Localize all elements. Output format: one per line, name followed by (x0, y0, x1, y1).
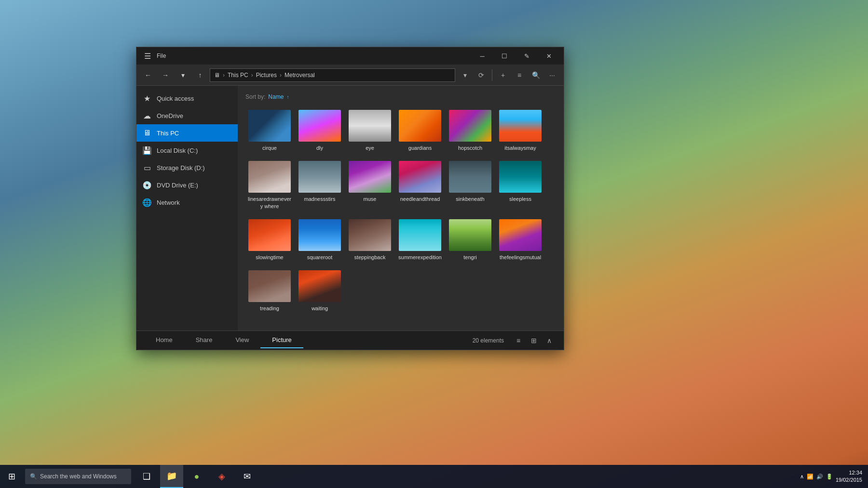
new-folder-button[interactable]: + (495, 67, 511, 83)
task-view-button[interactable]: ❑ (135, 465, 158, 488)
file-item-guardians[interactable]: guardians (396, 106, 444, 155)
file-name-hopscotch: hopscotch (458, 145, 482, 151)
file-item-cirque[interactable]: cirque (245, 106, 294, 155)
breadcrumb-metroversal[interactable]: Metroversal (285, 72, 315, 79)
sort-by-label: Sort by: (245, 93, 265, 100)
list-view-button[interactable]: ≡ (512, 334, 525, 347)
file-thumbnail-treading (248, 270, 291, 302)
breadcrumb-pictures[interactable]: Pictures (256, 72, 277, 79)
volume-tray-icon: 🔊 (816, 474, 823, 480)
sidebar-item-storage-disk-d[interactable]: ▭ Storage Disk (D:) (136, 159, 238, 176)
view-toggle-buttons: ≡ ⊞ ∧ (512, 334, 556, 347)
tab-share[interactable]: Share (184, 332, 224, 348)
monitor-icon: 🖥 (214, 72, 220, 79)
clock: 12:34 19/02/2015 (836, 469, 862, 484)
file-item-sleepless[interactable]: sleepless (496, 157, 544, 213)
file-item-muse[interactable]: muse (346, 157, 394, 213)
minimize-button[interactable]: ─ (471, 47, 493, 65)
file-name-dly: dly (316, 145, 323, 151)
up-button[interactable]: ↑ (192, 67, 208, 83)
file-item-summerexpedition[interactable]: summerexpedition (396, 215, 444, 264)
tab-picture[interactable]: Picture (260, 332, 303, 348)
file-item-squareroot[interactable]: squareroot (296, 215, 344, 264)
security-button[interactable]: ◈ (210, 465, 233, 488)
sidebar-item-label: Quick access (157, 95, 194, 102)
search-button[interactable]: 🔍 (528, 67, 543, 83)
more-options-button[interactable]: ··· (544, 67, 560, 83)
file-thumbnail-steppingback (349, 219, 391, 251)
dvd-drive-e-icon: 💿 (142, 181, 152, 190)
explorer-window: ☰ File ─ ☐ ✎ ✕ ← → ▾ ↑ 🖥 › This PC › Pic… (136, 47, 564, 350)
file-item-sinkbeneath[interactable]: sinkbeneath (446, 157, 494, 213)
file-name-treading: treading (260, 305, 279, 312)
tab-home[interactable]: Home (144, 332, 184, 348)
sidebar-item-onedrive[interactable]: ☁ OneDrive (136, 107, 238, 124)
sidebar-item-label: DVD Drive (E:) (157, 182, 198, 189)
gamepass-button[interactable]: ● (185, 465, 208, 488)
file-item-linesaredrawnevery[interactable]: linesaredrawnevery where (245, 157, 294, 213)
close-button[interactable]: ✕ (538, 47, 560, 65)
explorer-taskbar-button[interactable]: 📁 (160, 465, 183, 488)
file-thumbnail-itsalwaysmay (499, 110, 542, 142)
file-thumbnail-tengri (449, 219, 491, 251)
address-dropdown-button[interactable]: ▾ (457, 67, 473, 83)
file-thumbnail-squareroot (298, 219, 341, 251)
forward-button[interactable]: → (158, 67, 173, 83)
grid-view-button[interactable]: ⊞ (527, 334, 541, 347)
tab-view[interactable]: View (224, 332, 260, 348)
sidebar-item-local-disk-c[interactable]: 💾 Local Disk (C:) (136, 142, 238, 159)
file-item-dly[interactable]: dly (296, 106, 344, 155)
breadcrumb-thispc[interactable]: This PC (228, 72, 248, 79)
window-title: File (157, 53, 166, 59)
separator (492, 69, 492, 81)
file-item-waiting[interactable]: waiting (296, 266, 344, 316)
file-name-cirque: cirque (262, 145, 277, 151)
sort-arrow-icon: ↑ (286, 94, 289, 100)
quick-access-icon: ★ (142, 94, 152, 103)
file-item-eye[interactable]: eye (346, 106, 394, 155)
file-name-steppingback: steppingback (354, 254, 386, 261)
sidebar-item-this-pc[interactable]: 🖥 This PC (136, 124, 238, 142)
search-placeholder: Search the web and Windows (40, 473, 117, 480)
file-thumbnail-hopscotch (449, 110, 491, 142)
back-button[interactable]: ← (140, 67, 156, 83)
date-display: 19/02/2015 (836, 476, 862, 484)
file-thumbnail-thefeelingsmutual (499, 219, 542, 251)
search-bar[interactable]: 🔍 Search the web and Windows (25, 469, 131, 484)
sidebar-item-label: Network (157, 199, 180, 206)
sidebar-item-network[interactable]: 🌐 Network (136, 194, 238, 211)
file-item-slowingtime[interactable]: slowingtime (245, 215, 294, 264)
file-thumbnail-needleandthread (399, 161, 441, 193)
file-item-hopscotch[interactable]: hopscotch (446, 106, 494, 155)
file-name-tengri: tengri (463, 254, 477, 261)
file-item-madnessstirs[interactable]: madnessstirs (296, 157, 344, 213)
menu-icon[interactable]: ☰ (140, 50, 155, 63)
file-item-tengri[interactable]: tengri (446, 215, 494, 264)
maximize-button[interactable]: ☐ (493, 47, 515, 65)
navigation-bar: ← → ▾ ↑ 🖥 › This PC › Pictures › Metrove… (136, 65, 564, 86)
content-panel: Sort by: Name ↑ cirquedlyeyeguardianshop… (238, 86, 564, 330)
mail-button[interactable]: ✉ (235, 465, 258, 488)
file-item-itsalwaysmay[interactable]: itsalwaysmay (496, 106, 544, 155)
view-options-button[interactable]: ≡ (512, 67, 527, 83)
address-bar[interactable]: 🖥 › This PC › Pictures › Metroversal (210, 68, 455, 82)
file-thumbnail-waiting (298, 270, 341, 302)
file-name-sleepless: sleepless (509, 196, 531, 202)
dropdown-button[interactable]: ▾ (175, 67, 190, 83)
sidebar-item-dvd-drive-e[interactable]: 💿 DVD Drive (E:) (136, 176, 238, 194)
file-name-eye: eye (366, 145, 374, 151)
sort-name-button[interactable]: Name (268, 93, 284, 100)
start-button[interactable]: ⊞ (0, 465, 23, 488)
expand-button[interactable]: ∧ (542, 334, 556, 347)
system-tray-icon: ∧ (800, 474, 804, 480)
file-item-needleandthread[interactable]: needleandthread (396, 157, 444, 213)
edit-button[interactable]: ✎ (515, 47, 538, 65)
refresh-button[interactable]: ⟳ (474, 67, 489, 83)
sidebar-item-quick-access[interactable]: ★ Quick access (136, 90, 238, 107)
file-item-treading[interactable]: treading (245, 266, 294, 316)
file-item-thefeelingsmutual[interactable]: thefeelingsmutual (496, 215, 544, 264)
main-area: ★ Quick access ☁ OneDrive 🖥 This PC 💾 Lo… (136, 86, 564, 330)
battery-tray-icon: 🔋 (826, 474, 833, 480)
file-item-steppingback[interactable]: steppingback (346, 215, 394, 264)
sidebar-item-label: This PC (157, 130, 179, 137)
